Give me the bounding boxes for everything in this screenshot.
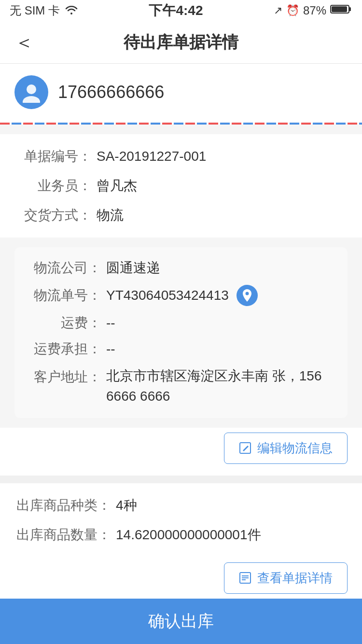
svg-rect-1 [349,7,351,11]
freight-row: 运费： -- [24,314,338,332]
tracking-value-wrap: YT43064053424413 [101,285,338,306]
view-details-button[interactable]: 查看单据详情 [224,562,348,594]
address-row: 客户地址： 北京市市辖区海淀区永丰南 张，156 6666 6666 [24,366,338,406]
page-title: 待出库单据详情 [124,31,238,54]
alarm-icon: ⏰ [286,4,299,17]
goods-quantity-label: 出库商品数量： [14,524,111,546]
tracking-label: 物流单号： [24,286,101,305]
goods-types-value: 4种 [111,495,348,517]
delivery-value: 物流 [92,205,348,226]
status-right: ↗ ⏰ 87% [274,4,352,17]
goods-types-label: 出库商品种类： [14,495,111,517]
dashed-divider [0,121,362,125]
logistics-company-value: 圆通速递 [101,259,338,277]
goods-section: 出库商品种类： 4种 出库商品数量： 14.620000000000001件 [0,483,362,558]
order-number-label: 单据编号： [14,146,92,168]
goods-quantity-value: 14.620000000000001件 [111,524,348,546]
edit-logistics-label: 编辑物流信息 [257,440,333,457]
svg-rect-2 [332,6,347,12]
delivery-row: 交货方式： 物流 [14,205,348,226]
delivery-label: 交货方式： [14,205,92,226]
address-label: 客户地址： [24,366,101,386]
user-header: 17666666666 [0,64,362,121]
edit-button-wrap: 编辑物流信息 [0,428,362,476]
svg-point-3 [27,84,36,94]
confirm-outbound-label: 确认出库 [148,612,214,630]
section-divider [0,476,362,483]
goods-quantity-row: 出库商品数量： 14.620000000000001件 [14,524,348,546]
view-details-label: 查看单据详情 [257,570,333,587]
salesman-row: 业务员： 曾凡杰 [14,175,348,197]
carrier-label: 无 SIM 卡 [10,3,60,18]
logistics-company-row: 物流公司： 圆通速递 [24,259,338,277]
status-bar: 无 SIM 卡 下午4:42 ↗ ⏰ 87% [0,0,362,21]
avatar [14,75,48,109]
battery-label: 87% [303,4,326,17]
edit-logistics-button[interactable]: 编辑物流信息 [224,433,348,464]
logistics-company-label: 物流公司： [24,259,101,277]
tracking-map-icon[interactable] [237,285,258,306]
nav-bar: ＜ 待出库单据详情 [0,21,362,64]
order-number-value: SA-20191227-001 [92,146,348,168]
logistics-card: 物流公司： 圆通速递 物流单号： YT43064053424413 运费： --… [14,247,348,418]
tracking-row: 物流单号： YT43064053424413 [24,285,338,306]
back-button[interactable]: ＜ [14,29,34,56]
confirm-outbound-button[interactable]: 确认出库 [0,610,362,632]
salesman-label: 业务员： [14,175,92,197]
goods-types-row: 出库商品种类： 4种 [14,495,348,517]
battery-icon [330,4,352,17]
wifi-icon [65,4,78,17]
user-phone: 17666666666 [58,82,164,102]
confirm-button-wrap: 确认出库 [0,599,362,644]
salesman-value: 曾凡杰 [92,175,348,197]
freight-bear-row: 运费承担： -- [24,340,338,358]
tracking-number: YT43064053424413 [106,288,229,303]
time-display: 下午4:42 [149,1,203,20]
freight-value: -- [101,315,338,331]
address-value: 北京市市辖区海淀区永丰南 张，156 6666 6666 [101,366,338,406]
freight-label: 运费： [24,314,101,332]
freight-bear-label: 运费承担： [24,340,101,358]
status-left: 无 SIM 卡 [10,3,78,18]
freight-bear-value: -- [101,341,338,357]
svg-point-4 [23,96,40,103]
basic-info-section: 单据编号： SA-20191227-001 业务员： 曾凡杰 交货方式： 物流 [0,134,362,238]
order-number-row: 单据编号： SA-20191227-001 [14,146,348,168]
location-icon: ↗ [274,4,282,17]
